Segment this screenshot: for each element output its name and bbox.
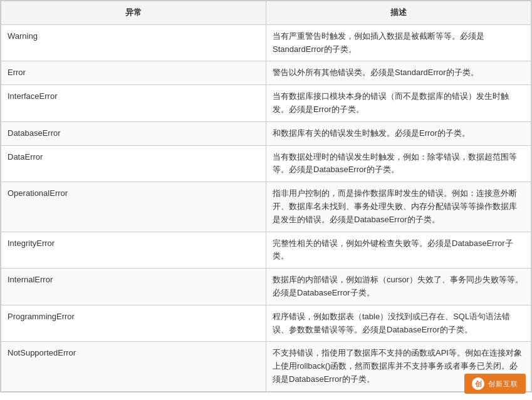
table-row: DataError当有数据处理时的错误发生时触发，例如：除零错误，数据超范围等等…	[1, 145, 531, 182]
table-row: OperationalError指非用户控制的，而是操作数据库时发生的错误。例如…	[1, 182, 531, 232]
exception-description: 当有数据库接口模块本身的错误（而不是数据库的错误）发生时触发。必须是Error的…	[266, 85, 531, 122]
table-row: ProgrammingError程序错误，例如数据表（table）没找到或已存在…	[1, 305, 531, 342]
table-header-row: 异常 描述	[1, 1, 531, 25]
col-header-description: 描述	[266, 1, 531, 25]
exception-description: 和数据库有关的错误发生时触发。必须是Error的子类。	[266, 121, 531, 145]
exception-description: 当有数据处理时的错误发生时触发，例如：除零错误，数据超范围等等。必须是Datab…	[266, 145, 531, 182]
exception-name: OperationalError	[1, 182, 266, 232]
exception-description: 程序错误，例如数据表（table）没找到或已存在、SQL语句语法错误、参数数量错…	[266, 305, 531, 342]
exception-name: InternalError	[1, 269, 266, 305]
watermark-icon: 创	[472, 377, 484, 390]
watermark-icon-text: 创	[475, 379, 482, 389]
exception-description: 完整性相关的错误，例如外键检查失败等。必须是DatabaseError子类。	[266, 232, 531, 269]
exceptions-table-container: 异常 描述 Warning当有严重警告时触发，例如插入数据是被截断等等。必须是S…	[0, 0, 532, 392]
col-header-exception: 异常	[1, 1, 266, 25]
exception-description: 当有严重警告时触发，例如插入数据是被截断等等。必须是StandardError的…	[266, 24, 531, 61]
exception-description: 警告以外所有其他错误类。必须是StandardError的子类。	[266, 61, 531, 85]
exception-name: Error	[1, 61, 266, 85]
exception-name: InterfaceError	[1, 85, 266, 122]
exception-name: IntegrityError	[1, 232, 266, 269]
exception-name: DatabaseError	[1, 121, 266, 145]
exception-name: Warning	[1, 24, 266, 61]
exception-name: DataError	[1, 145, 266, 182]
exception-name: ProgrammingError	[1, 305, 266, 342]
table-row: InterfaceError当有数据库接口模块本身的错误（而不是数据库的错误）发…	[1, 85, 531, 122]
table-row: Error警告以外所有其他错误类。必须是StandardError的子类。	[1, 61, 531, 85]
exception-description: 数据库的内部错误，例如游标（cursor）失效了、事务同步失败等等。必须是Dat…	[266, 269, 531, 305]
exceptions-table: 异常 描述 Warning当有严重警告时触发，例如插入数据是被截断等等。必须是S…	[1, 1, 531, 392]
watermark-text: 创新互联	[488, 379, 518, 389]
table-row: Warning当有严重警告时触发，例如插入数据是被截断等等。必须是Standar…	[1, 24, 531, 61]
exception-name: NotSupportedError	[1, 342, 266, 391]
table-row: NotSupportedError不支持错误，指使用了数据库不支持的函数或API…	[1, 342, 531, 391]
table-row: IntegrityError完整性相关的错误，例如外键检查失败等。必须是Data…	[1, 232, 531, 269]
watermark-badge: 创 创新互联	[464, 374, 526, 392]
table-row: InternalError数据库的内部错误，例如游标（cursor）失效了、事务…	[1, 269, 531, 305]
table-row: DatabaseError和数据库有关的错误发生时触发。必须是Error的子类。	[1, 121, 531, 145]
exception-description: 指非用户控制的，而是操作数据库时发生的错误。例如：连接意外断开、数据库名未找到、…	[266, 182, 531, 232]
